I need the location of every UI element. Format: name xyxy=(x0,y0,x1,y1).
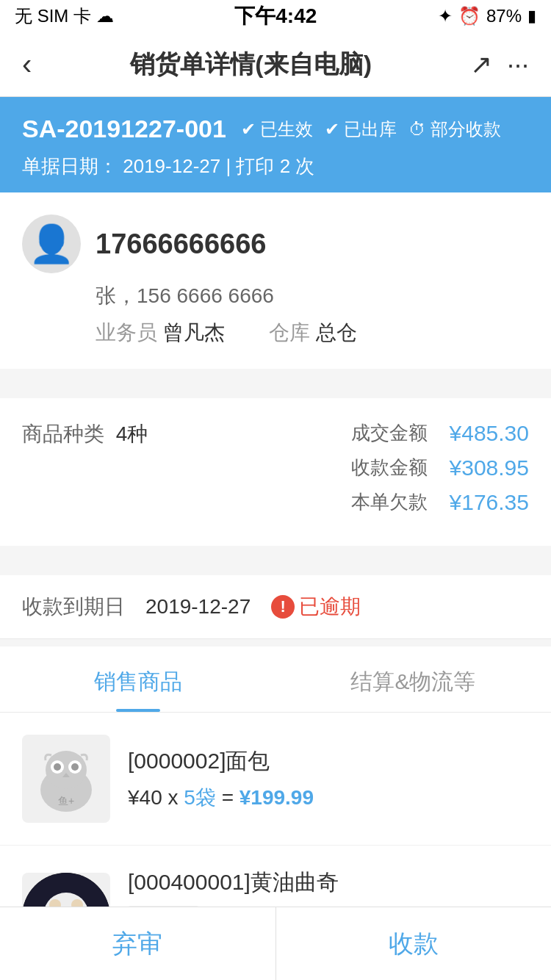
customer-phone: 17666666666 xyxy=(96,228,266,260)
product-info-1: [0000002]面包 ¥40 x 5袋 = ¥199.99 xyxy=(128,746,529,812)
nav-actions: ↗ ··· xyxy=(470,49,529,80)
summary-right: 成交金额 ¥485.30 收款金额 ¥308.95 本单欠款 ¥176.35 xyxy=(351,420,529,524)
customer-section: 👤 17666666666 张，156 6666 6666 业务员 曾凡杰 仓库… xyxy=(0,192,551,369)
tab-underline xyxy=(116,709,160,712)
order-badges: ✔ 已生效 ✔ 已出库 ⏱ 部分收款 xyxy=(241,118,501,141)
status-left: 无 SIM 卡 ☁ xyxy=(15,4,114,28)
overdue-badge: ! 已逾期 xyxy=(271,593,361,621)
due-date-value: 2019-12-27 xyxy=(145,595,251,619)
separator-1 xyxy=(0,383,551,398)
product-name-2: [000400001]黄油曲奇 xyxy=(128,868,529,898)
sales-label: 业务员 xyxy=(96,319,157,347)
order-header: SA-20191227-001 ✔ 已生效 ✔ 已出库 ⏱ 部分收款 单据日期：… xyxy=(0,97,551,192)
status-time: 下午4:42 xyxy=(234,2,317,30)
separator-3 xyxy=(0,639,551,646)
more-button[interactable]: ··· xyxy=(507,49,529,80)
sales-name: 曾凡杰 xyxy=(163,319,225,347)
avatar: 👤 xyxy=(22,215,81,273)
due-label: 收款到期日 xyxy=(22,593,125,621)
product-price-1: ¥40 x 5袋 = ¥199.99 xyxy=(128,784,529,812)
collected-label: 收款金额 xyxy=(351,455,428,480)
summary-left: 商品种类 4种 xyxy=(22,420,148,448)
owed-label: 本单欠款 xyxy=(351,489,428,515)
badge-partial: ⏱ 部分收款 xyxy=(408,118,501,141)
svg-point-4 xyxy=(54,763,61,771)
sim-status: 无 SIM 卡 ☁ xyxy=(15,4,114,28)
product-types: 商品种类 4种 xyxy=(22,420,148,448)
tab-settlement[interactable]: 结算&物流等 xyxy=(276,646,551,712)
tabs-row: 销售商品 结算&物流等 xyxy=(0,646,551,712)
alarm-icon: ⏰ xyxy=(458,6,480,26)
battery-icon: ▮ xyxy=(527,7,536,26)
deal-amount-value: ¥485.30 xyxy=(450,421,529,446)
deal-amount-row: 成交金额 ¥485.30 xyxy=(351,420,529,446)
separator-2 xyxy=(0,561,551,575)
user-icon: 👤 xyxy=(29,223,74,265)
list-item: 鱼+ [0000002]面包 ¥40 x 5袋 = ¥199.99 xyxy=(0,713,551,846)
warehouse-name: 总仓 xyxy=(316,319,357,347)
sales-info: 业务员 曾凡杰 xyxy=(96,319,225,347)
owl-logo-icon: 鱼+ xyxy=(22,735,110,823)
collected-row: 收款金额 ¥308.95 xyxy=(351,455,529,480)
owed-row: 本单欠款 ¥176.35 xyxy=(351,489,529,515)
clock-icon: ⏱ xyxy=(408,119,426,140)
check-icon-1: ✔ xyxy=(241,119,256,140)
location-icon: ✦ xyxy=(438,6,453,26)
check-icon-2: ✔ xyxy=(325,119,339,140)
overdue-icon: ! xyxy=(271,595,295,619)
tabs-section: 销售商品 结算&物流等 xyxy=(0,646,551,713)
badge-active: ✔ 已生效 xyxy=(241,118,313,141)
customer-name: 张，156 6666 6666 xyxy=(96,282,529,310)
badge-shipped: ✔ 已出库 xyxy=(325,118,397,141)
order-date: 单据日期： 2019-12-27 | 打印 2 次 xyxy=(22,154,529,179)
product-qty-1: 5袋 xyxy=(184,786,216,809)
warehouse-label: 仓库 xyxy=(269,319,310,347)
svg-point-5 xyxy=(71,763,79,771)
warehouse-info: 仓库 总仓 xyxy=(269,319,357,347)
summary-section: 商品种类 4种 成交金额 ¥485.30 收款金额 ¥308.95 本单欠款 ¥… xyxy=(0,398,551,546)
customer-meta: 业务员 曾凡杰 仓库 总仓 xyxy=(96,319,529,347)
owed-value: ¥176.35 xyxy=(450,490,529,515)
collected-value: ¥308.95 xyxy=(450,455,529,480)
svg-text:鱼+: 鱼+ xyxy=(58,795,74,807)
back-button[interactable]: ‹ xyxy=(22,48,32,81)
deal-amount-label: 成交金额 xyxy=(351,420,428,446)
collect-button[interactable]: 收款 xyxy=(276,907,552,980)
product-count: 4种 xyxy=(116,422,148,445)
status-right: ✦ ⏰ 87% ▮ xyxy=(438,6,536,26)
due-section: 收款到期日 2019-12-27 ! 已逾期 xyxy=(0,575,551,639)
nav-bar: ‹ 销货单详情(来自电脑) ↗ ··· xyxy=(0,32,551,97)
share-button[interactable]: ↗ xyxy=(470,49,492,80)
order-number: SA-20191227-001 xyxy=(22,115,226,143)
cancel-review-button[interactable]: 弃审 xyxy=(0,907,276,980)
product-name-1: [0000002]面包 xyxy=(128,746,529,777)
overdue-text: 已逾期 xyxy=(299,593,361,621)
battery-status: 87% xyxy=(486,6,522,26)
tab-sales-products[interactable]: 销售商品 xyxy=(0,646,276,712)
bottom-bar: 弃审 收款 xyxy=(0,907,551,980)
page-title: 销货单详情(来自电脑) xyxy=(130,48,372,82)
product-image-1: 鱼+ xyxy=(22,735,110,823)
product-total-1: ¥199.99 xyxy=(240,786,314,809)
status-bar: 无 SIM 卡 ☁ 下午4:42 ✦ ⏰ 87% ▮ xyxy=(0,0,551,32)
